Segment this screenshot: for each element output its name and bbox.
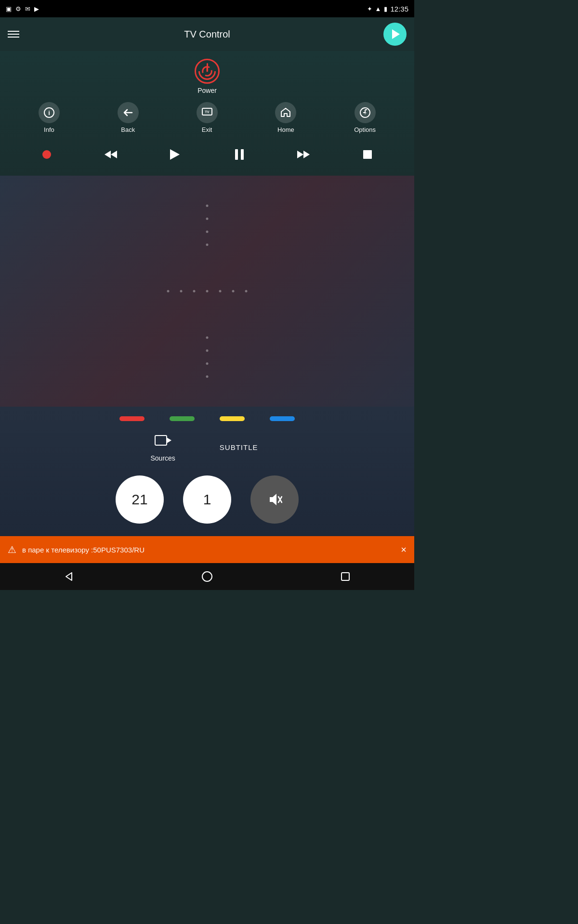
record-button[interactable]: [36, 144, 57, 165]
stop-button[interactable]: [357, 144, 378, 165]
record-dot: [42, 150, 51, 159]
power-label: Power: [197, 87, 217, 94]
red-button[interactable]: [119, 416, 144, 421]
menu-line-1: [8, 31, 19, 32]
number-mute-row: 21 1: [0, 475, 414, 524]
svg-rect-15: [241, 149, 244, 160]
nav-dot: [219, 290, 222, 293]
home-icon: [275, 102, 296, 123]
sources-icon: [154, 433, 171, 451]
home-label: Home: [277, 126, 294, 133]
color-buttons-row: [0, 416, 414, 421]
menu-line-2: [8, 34, 19, 35]
warning-icon: ⚠: [8, 544, 16, 555]
bottom-nav-bar: [0, 563, 414, 590]
media-controls-row: [0, 139, 414, 170]
power-svg: [200, 64, 214, 78]
power-button[interactable]: Power: [195, 59, 220, 94]
settings-icon: ⚙: [15, 5, 21, 13]
dpad-section[interactable]: [0, 176, 414, 407]
back-button[interactable]: Back: [118, 102, 139, 133]
sources-button[interactable]: Sources: [150, 433, 175, 462]
rewind-button[interactable]: [100, 144, 121, 165]
info-icon: i: [39, 102, 60, 123]
back-svg: [122, 107, 134, 118]
nav-back-svg: [63, 571, 75, 582]
svg-rect-18: [363, 150, 372, 159]
svg-rect-25: [342, 573, 349, 580]
subtitle-label: SUBTITLE: [220, 443, 258, 451]
nav-dot: [193, 290, 196, 293]
menu-button[interactable]: [8, 31, 19, 38]
notification-close-button[interactable]: ×: [401, 544, 407, 555]
ff-svg: [296, 149, 311, 160]
info-button[interactable]: i Info: [39, 102, 60, 133]
home-button[interactable]: Home: [275, 102, 296, 133]
subtitle-button[interactable]: SUBTITLE: [214, 439, 264, 455]
svg-text:TV: TV: [205, 110, 209, 114]
nav-dot: [206, 290, 209, 293]
options-svg: +: [359, 107, 371, 118]
sources-svg: [154, 433, 171, 448]
svg-marker-11: [105, 151, 111, 158]
back-label: Back: [121, 126, 135, 133]
svg-point-0: [203, 67, 212, 76]
svg-point-24: [202, 572, 212, 581]
svg-rect-14: [235, 149, 238, 160]
nav-dot: [206, 375, 209, 378]
nav-back-button[interactable]: [57, 565, 80, 588]
bottom-remote-section: Sources SUBTITLE 21 1: [0, 407, 414, 536]
pause-button[interactable]: [229, 144, 250, 165]
top-play-button[interactable]: [383, 23, 407, 46]
sources-label: Sources: [150, 454, 175, 462]
channel-21-button[interactable]: 21: [116, 475, 164, 524]
channel-1-button[interactable]: 1: [183, 475, 231, 524]
blue-button[interactable]: [270, 416, 295, 421]
info-svg: i: [43, 107, 55, 118]
nav-home-button[interactable]: [196, 565, 219, 588]
svg-text:+: +: [363, 110, 367, 116]
status-left-icons: ▣ ⚙ ✉ ▶: [6, 5, 39, 13]
nav-dot: [206, 349, 209, 352]
nav-recents-button[interactable]: [334, 565, 357, 588]
vertical-dots: [206, 205, 209, 246]
status-time: 12:35: [390, 5, 408, 13]
notification-text: в паре к телевизору :50PUS7303/RU: [22, 546, 395, 554]
mute-svg: [267, 492, 282, 507]
nav-buttons-row: i Info Back TV Exit: [0, 100, 414, 135]
svg-marker-12: [111, 151, 117, 158]
exit-label: Exit: [202, 126, 212, 133]
stop-svg: [362, 149, 373, 160]
yellow-button[interactable]: [220, 416, 245, 421]
rewind-svg: [104, 149, 118, 160]
svg-rect-19: [155, 436, 167, 445]
nav-dot: [206, 362, 209, 365]
play-media-button[interactable]: [164, 144, 185, 165]
green-button[interactable]: [170, 416, 195, 421]
nav-home-svg: [201, 570, 213, 583]
wifi-icon: ▲: [375, 5, 381, 13]
nav-recents-svg: [340, 571, 351, 582]
exit-button[interactable]: TV Exit: [197, 102, 218, 133]
mute-button[interactable]: [250, 475, 299, 524]
svg-marker-16: [297, 151, 303, 158]
nav-dot: [245, 290, 248, 293]
play-store-icon: ▶: [34, 5, 39, 13]
svg-marker-23: [66, 573, 72, 580]
nav-dot: [180, 290, 183, 293]
options-icon: +: [355, 102, 376, 123]
options-button[interactable]: + Options: [354, 102, 376, 133]
bluetooth-icon: ✦: [367, 5, 372, 13]
svg-text:i: i: [48, 109, 50, 116]
options-label: Options: [354, 126, 376, 133]
status-bar: ▣ ⚙ ✉ ▶ ✦ ▲ ▮ 12:35: [0, 0, 414, 17]
status-right-icons: ✦ ▲ ▮ 12:35: [367, 5, 408, 13]
play-svg: [169, 148, 181, 161]
exit-icon: TV: [197, 102, 218, 123]
nav-dot: [206, 244, 209, 246]
fast-forward-button[interactable]: [293, 144, 314, 165]
svg-marker-13: [170, 149, 180, 160]
nav-dot: [206, 205, 209, 207]
screen-icon: ▣: [6, 5, 12, 13]
home-svg: [280, 107, 291, 118]
